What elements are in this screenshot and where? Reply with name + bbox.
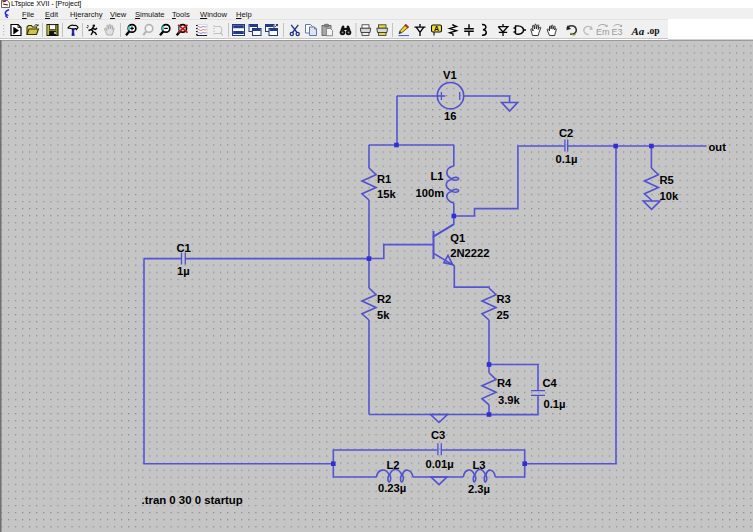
svg-text:L2: L2 [387, 459, 400, 471]
svg-text:2N2222: 2N2222 [450, 247, 489, 259]
svg-text:C4: C4 [543, 377, 558, 389]
svg-text:15k: 15k [377, 188, 396, 200]
svg-text:16: 16 [444, 110, 456, 122]
svg-text:R5: R5 [660, 174, 674, 186]
svg-text:0.23µ: 0.23µ [378, 482, 406, 494]
svg-text:0.1µ: 0.1µ [556, 153, 578, 165]
svg-text:3.9k: 3.9k [498, 394, 521, 406]
svg-text:V1: V1 [443, 69, 457, 81]
svg-text:Aa: Aa [631, 25, 645, 37]
svg-text:L1: L1 [431, 170, 444, 182]
svg-text:out: out [709, 141, 727, 153]
svg-text:100m: 100m [416, 187, 445, 199]
svg-text:0.1µ: 0.1µ [544, 398, 566, 410]
svg-text:Q1: Q1 [450, 232, 465, 244]
svg-text:C2: C2 [559, 127, 573, 139]
svg-text:0.01µ: 0.01µ [426, 458, 454, 470]
svg-text:R3: R3 [497, 293, 511, 305]
svg-text:C3: C3 [431, 429, 445, 441]
svg-text:E3: E3 [612, 27, 623, 37]
svg-text:.tran 0 30 0 startup: .tran 0 30 0 startup [142, 494, 243, 506]
svg-text:.op: .op [647, 26, 659, 36]
svg-text:R4: R4 [497, 377, 512, 389]
svg-text:C1: C1 [177, 242, 191, 254]
svg-text:2.3µ: 2.3µ [468, 483, 490, 495]
svg-text:A: A [434, 25, 439, 32]
svg-text:5k: 5k [377, 309, 390, 321]
svg-text:25: 25 [497, 309, 509, 321]
svg-text:L3: L3 [473, 459, 486, 471]
svg-text:R1: R1 [377, 173, 391, 185]
svg-text:Em: Em [596, 27, 610, 37]
svg-text:R2: R2 [377, 293, 391, 305]
svg-text:10k: 10k [660, 190, 679, 202]
svg-text:1µ: 1µ [177, 265, 190, 277]
